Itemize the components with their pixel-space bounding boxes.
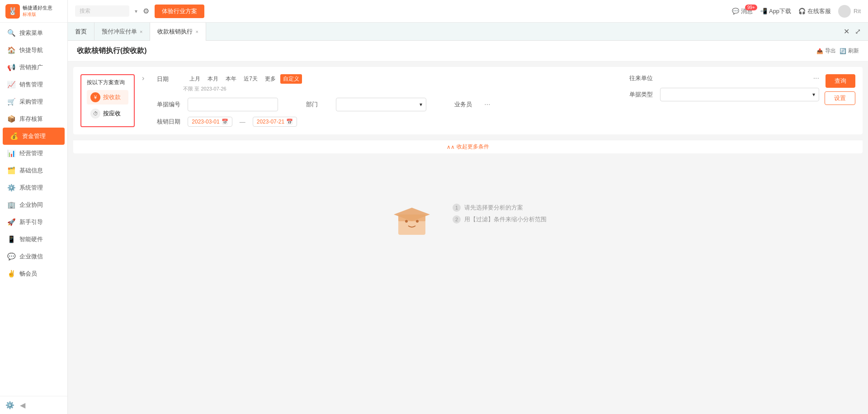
voucher-type-label: 单据类型 <box>629 90 653 99</box>
sidebar: 🐰 畅捷通好生意 标准版 🔍 搜索菜单 🏠 快捷导航 📢 营销推广 📈 销售管理… <box>0 0 68 414</box>
sidebar-item-enterprise-label: 企业协同 <box>19 201 43 209</box>
dept-chevron-icon: ▾ <box>420 101 422 108</box>
date-custom-badge[interactable]: 自定义 <box>280 74 302 84</box>
query-type-by-receipt[interactable]: ¥ 按收款 <box>87 90 128 105</box>
empty-hint-1: 1 请先选择要分析的方案 <box>453 204 547 212</box>
app-download-icon: 📲 <box>760 8 767 14</box>
sidebar-item-inventory-label: 库存核算 <box>19 115 43 123</box>
date-this-year[interactable]: 本年 <box>223 74 239 84</box>
hexiao-start-value: 2023-03-01 <box>192 119 219 125</box>
sidebar-item-finance-label: 资金管理 <box>22 132 46 140</box>
close-tab-btn[interactable]: ✕ <box>844 27 849 36</box>
message-icon: 💬 <box>732 8 739 14</box>
date-quick-btns: 上月 本月 本年 近7天 更多 自定义 <box>187 74 302 84</box>
date-7days[interactable]: 近7天 <box>241 74 260 84</box>
svg-point-4 <box>416 220 419 223</box>
filter-right-col: 往来单位 ··· 单据类型 ▾ <box>629 74 819 107</box>
system-icon: ⚙️ <box>7 184 16 192</box>
sidebar-item-inventory[interactable]: 📦 库存核算 <box>0 110 67 128</box>
content-area: 收款核销执行(按收款) 📤 导出 🔄 刷新 按以下方案查询 ¥ 按收款 <box>68 41 868 414</box>
enterprise-icon: 🏢 <box>7 201 16 209</box>
voucher-type-row: 单据类型 ▾ <box>629 88 819 101</box>
sidebar-item-quicknav[interactable]: 🏠 快捷导航 <box>0 42 67 59</box>
sidebar-item-wecom[interactable]: 💬 企业微信 <box>0 248 67 265</box>
search-icon: 🔍 <box>7 29 16 37</box>
settings-btn[interactable]: 设置 <box>825 91 855 105</box>
basic-icon: 🗂️ <box>7 167 16 175</box>
sidebar-item-operations[interactable]: 📊 经营管理 <box>0 145 67 162</box>
date-hint: 不限 至 2023-07-26 <box>183 86 226 92</box>
sidebar-item-member-label: 畅会员 <box>19 270 37 278</box>
voucher-no-label: 单据编号 <box>157 100 180 109</box>
filter-left-col: 日期 上月 本月 本年 近7天 更多 自定义 不限 至 2023-0 <box>157 74 624 127</box>
query-type-box: 按以下方案查询 ¥ 按收款 ⏱ 按应收 <box>80 74 135 127</box>
member-icon: ✌️ <box>7 270 16 278</box>
service-label: 在线客服 <box>807 7 831 15</box>
date-last-month[interactable]: 上月 <box>187 74 203 84</box>
hexiao-date-end[interactable]: 2023-07-21 📅 <box>253 117 297 127</box>
sidebar-item-enterprise[interactable]: 🏢 企业协同 <box>0 196 67 214</box>
salesperson-dots[interactable]: ··· <box>484 100 490 109</box>
empty-hint-2: 2 用【过滤】条件来缩小分析范围 <box>453 215 547 224</box>
date-more[interactable]: 更多 <box>262 74 278 84</box>
hexiao-date-start[interactable]: 2023-03-01 📅 <box>188 117 232 127</box>
inventory-icon: 📦 <box>7 115 16 123</box>
sidebar-item-basic-label: 基础信息 <box>19 167 43 175</box>
refresh-btn[interactable]: 🔄 刷新 <box>840 47 859 55</box>
sidebar-menu: 🔍 搜索菜单 🏠 快捷导航 📢 营销推广 📈 销售管理 🛒 采购管理 📦 库存核… <box>0 23 67 396</box>
tab-prepay[interactable]: 预付冲应付单 × <box>94 23 150 41</box>
export-icon: 📤 <box>816 48 823 54</box>
voucher-no-input[interactable] <box>188 98 278 111</box>
dept-select[interactable]: ▾ <box>336 98 426 111</box>
date-label: 日期 <box>157 75 179 83</box>
collapse-sidebar-icon[interactable]: ◀ <box>20 401 25 409</box>
header-dropdown-arrow[interactable]: ▾ <box>135 8 137 14</box>
sidebar-item-basic[interactable]: 🗂️ 基础信息 <box>0 162 67 179</box>
collapse-more-btn[interactable]: ∧∧ 收起更多条件 <box>447 143 489 151</box>
tab-receipt-writeoff-close[interactable]: × <box>195 29 198 34</box>
sidebar-item-member[interactable]: ✌️ 畅会员 <box>0 265 67 282</box>
user-avatar-area[interactable]: Rit <box>838 5 861 18</box>
date-this-month[interactable]: 本月 <box>205 74 221 84</box>
sidebar-item-search[interactable]: 🔍 搜索菜单 <box>0 24 67 42</box>
header-search-box[interactable]: 搜索 <box>75 5 129 17</box>
filter-actions: 查询 设置 <box>825 74 855 105</box>
empty-illustration <box>389 190 434 241</box>
query-btn[interactable]: 查询 <box>826 74 855 88</box>
sidebar-item-purchase[interactable]: 🛒 采购管理 <box>0 93 67 110</box>
dept-label: 部门 <box>306 100 329 109</box>
voucher-type-select[interactable]: ▾ <box>660 88 819 101</box>
settings-bottom-icon[interactable]: ⚙️ <box>5 401 14 409</box>
sidebar-item-hardware[interactable]: 📱 智能硬件 <box>0 231 67 248</box>
online-service-btn[interactable]: 🎧 在线客服 <box>798 7 831 15</box>
industry-btn[interactable]: 体验行业方案 <box>155 5 204 18</box>
export-btn[interactable]: 📤 导出 <box>816 47 836 55</box>
collapse-more-row: ∧∧ 收起更多条件 <box>73 140 863 153</box>
sidebar-item-system[interactable]: ⚙️ 系统管理 <box>0 179 67 196</box>
operations-icon: 📊 <box>7 149 16 157</box>
message-badge[interactable]: 💬 消息 99+ <box>732 7 753 15</box>
message-count: 99+ <box>745 5 757 10</box>
counterparty-dots[interactable]: ··· <box>813 74 819 82</box>
header-gear-icon[interactable]: ⚙ <box>143 7 149 15</box>
tab-home[interactable]: 首页 <box>68 23 94 41</box>
sidebar-item-wecom-label: 企业微信 <box>19 252 43 261</box>
collapse-query-type-btn[interactable]: › <box>140 74 146 127</box>
query-type-by-receivable[interactable]: ⏱ 按应收 <box>87 106 128 121</box>
sidebar-item-marketing[interactable]: 📢 营销推广 <box>0 59 67 76</box>
empty-state: 1 请先选择要分析的方案 2 用【过滤】条件来缩小分析范围 <box>68 153 868 277</box>
refresh-icon: 🔄 <box>840 48 846 54</box>
app-download-label: App下载 <box>769 7 791 15</box>
hardware-icon: 📱 <box>7 235 16 243</box>
app-download-btn[interactable]: 📲 App下载 <box>760 7 791 15</box>
maximize-tab-btn[interactable]: ⤢ <box>855 27 861 36</box>
sidebar-item-sales[interactable]: 📈 销售管理 <box>0 76 67 93</box>
sidebar-item-sales-label: 销售管理 <box>19 81 43 89</box>
tab-receipt-writeoff[interactable]: 收款核销执行 × <box>150 23 206 41</box>
hexiao-end-value: 2023-07-21 <box>257 119 284 125</box>
tab-prepay-close[interactable]: × <box>140 29 142 34</box>
svg-rect-2 <box>398 214 425 221</box>
sidebar-item-quicknav-label: 快捷导航 <box>19 46 43 54</box>
sidebar-item-guide[interactable]: 🚀 新手引导 <box>0 214 67 231</box>
sidebar-item-finance[interactable]: 💰 资金管理 <box>3 128 65 145</box>
